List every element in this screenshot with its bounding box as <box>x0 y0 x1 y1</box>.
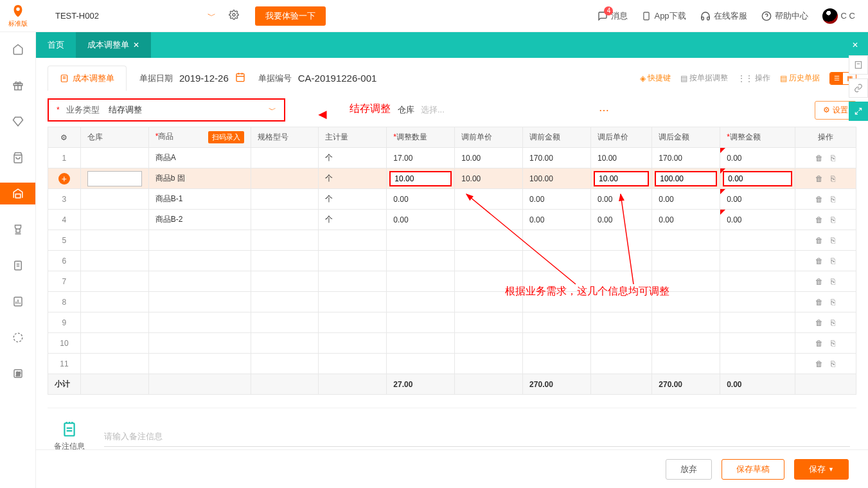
delete-icon[interactable]: 🗑 <box>815 195 823 204</box>
after-amt-input[interactable] <box>655 171 717 186</box>
rail-link-icon[interactable] <box>849 78 868 98</box>
nav-clipboard-icon[interactable] <box>0 255 35 276</box>
table-row[interactable]: 3商品B-1个0.000.000.000.000.00🗑⎘ <box>48 189 856 210</box>
svg-rect-8 <box>15 194 21 198</box>
calendar-icon[interactable] <box>235 72 245 84</box>
copy-icon[interactable]: ⎘ <box>831 359 835 368</box>
nav-diamond-icon[interactable] <box>0 111 35 132</box>
app-download[interactable]: App下载 <box>642 10 686 22</box>
copy-icon[interactable]: ⎘ <box>831 215 835 224</box>
table-row[interactable]: 4商品B-2个0.000.000.000.000.00🗑⎘ <box>48 210 856 230</box>
company-selector[interactable]: TEST-H002 ﹀ <box>55 10 216 22</box>
th-after-price: 调后单价 <box>591 127 652 148</box>
nav-home-icon[interactable] <box>0 39 35 60</box>
table-row[interactable]: 8🗑⎘ <box>48 292 856 312</box>
rail-expand-icon[interactable] <box>849 102 868 121</box>
tool-history[interactable]: ▤ 历史单据 <box>780 73 820 84</box>
delete-icon[interactable]: 🗑 <box>815 298 823 307</box>
gear-icon[interactable] <box>229 10 239 22</box>
delete-icon[interactable]: 🗑 <box>815 154 823 163</box>
tool-actions[interactable]: ⋮⋮ 操作 <box>738 73 770 84</box>
filter-row: * 业务类型 结存调整 ﹀ ◄ 结存调整 仓库 选择... ⋯ ⚙ 设置 <box>36 91 868 127</box>
th-gear[interactable]: ⚙ <box>48 127 81 148</box>
annotation-text-1: 结存调整 <box>350 102 391 116</box>
try-button[interactable]: 我要体验一下 <box>255 6 326 26</box>
remark-input[interactable]: 请输入备注信息 <box>104 427 850 447</box>
doc-title-tab: 成本调整单 <box>48 66 127 91</box>
copy-icon[interactable]: ⎘ <box>831 277 835 286</box>
add-row-icon[interactable]: + <box>58 173 70 185</box>
warehouse-input[interactable] <box>87 171 142 186</box>
nav-gift-icon[interactable] <box>0 75 35 96</box>
table-row[interactable]: 5🗑⎘ <box>48 230 856 251</box>
tab-cost-adjust[interactable]: 成本调整单✕ <box>76 32 151 58</box>
content: 首页 成本调整单✕ ✕ 成本调整单 单据日期 2019-12-26 单据编号 C… <box>36 32 868 488</box>
th-product: *商品扫码录入 <box>148 127 251 148</box>
help-center[interactable]: 帮助中心 <box>761 10 808 22</box>
nav-new-icon[interactable]: 新 <box>0 363 35 384</box>
delete-icon[interactable]: 🗑 <box>815 174 823 183</box>
warehouse-select[interactable]: 仓库 选择... <box>398 104 445 116</box>
adj-amt-input[interactable] <box>723 171 792 186</box>
th-uom: 主计量 <box>319 127 387 148</box>
tab-home[interactable]: 首页 <box>36 32 76 58</box>
doc-date: 单据日期 2019-12-26 <box>139 72 245 84</box>
copy-icon[interactable]: ⎘ <box>831 195 835 204</box>
nav-warehouse-icon[interactable] <box>0 183 35 204</box>
business-type-select[interactable]: * 业务类型 结存调整 ﹀ <box>48 98 285 122</box>
table-row[interactable]: 10🗑⎘ <box>48 333 856 354</box>
save-button[interactable]: 保存 ▼ <box>794 459 849 480</box>
grid-wrap: ⚙ 仓库 *商品扫码录入 规格型号 主计量 *调整数量 调前单价 调前金额 调后… <box>36 127 868 395</box>
doc-header: 成本调整单 单据日期 2019-12-26 单据编号 CA-20191226-0… <box>36 58 868 91</box>
copy-icon[interactable]: ⎘ <box>831 298 835 307</box>
doc-toolbar: ◈ 快捷键 ▤ 按单据调整 ⋮⋮ 操作 ▤ 历史单据 ☰▦ <box>640 72 856 85</box>
user-menu[interactable]: C C <box>822 8 855 24</box>
copy-icon[interactable]: ⎘ <box>831 154 835 163</box>
table-row[interactable]: 11🗑⎘ <box>48 354 856 374</box>
svg-text:新: 新 <box>15 372 20 376</box>
delete-icon[interactable]: 🗑 <box>815 359 823 368</box>
messages[interactable]: 4 消息 <box>598 10 628 22</box>
more-icon[interactable]: ⋯ <box>599 104 609 116</box>
delete-icon[interactable]: 🗑 <box>815 277 823 286</box>
table-row[interactable]: 9🗑⎘ <box>48 312 856 333</box>
nav-report-icon[interactable] <box>0 291 35 312</box>
nav-loading-icon[interactable] <box>0 327 35 348</box>
copy-icon[interactable]: ⎘ <box>831 257 835 266</box>
th-before-amt: 调前金额 <box>523 127 591 148</box>
th-after-amt: 调后金额 <box>652 127 720 148</box>
table-row[interactable]: 7🗑⎘ <box>48 271 856 292</box>
close-icon[interactable]: ✕ <box>133 41 139 50</box>
qty-input[interactable] <box>389 171 452 186</box>
delete-icon[interactable]: 🗑 <box>815 236 823 245</box>
table-row[interactable]: 6🗑⎘ <box>48 251 856 271</box>
svg-rect-1 <box>644 12 649 20</box>
rail-note-icon[interactable] <box>849 55 868 75</box>
save-draft-button[interactable]: 保存草稿 <box>722 459 784 480</box>
nav-money-icon[interactable] <box>0 219 35 240</box>
nav-bag-icon[interactable] <box>0 147 35 168</box>
svg-point-0 <box>233 14 235 16</box>
copy-icon[interactable]: ⎘ <box>831 236 835 245</box>
chevron-down-icon: ﹀ <box>269 105 276 116</box>
copy-icon[interactable]: ⎘ <box>831 174 835 183</box>
scan-tag[interactable]: 扫码录入 <box>208 131 244 143</box>
delete-icon[interactable]: 🗑 <box>815 318 823 327</box>
table-row[interactable]: 1商品A个17.0010.00170.0010.00170.000.00🗑⎘ <box>48 148 856 168</box>
footer-buttons: 放弃 保存草稿 保存 ▼ <box>36 449 868 488</box>
delete-icon[interactable]: 🗑 <box>815 257 823 266</box>
online-service[interactable]: 在线客服 <box>700 10 747 22</box>
copy-icon[interactable]: ⎘ <box>831 318 835 327</box>
tool-hotkey[interactable]: ◈ 快捷键 <box>640 73 671 84</box>
copy-icon[interactable]: ⎘ <box>831 339 835 348</box>
delete-icon[interactable]: 🗑 <box>815 215 823 224</box>
discard-button[interactable]: 放弃 <box>666 459 712 480</box>
table-row[interactable]: +商品b 固个10.00100.00🗑⎘ <box>48 168 856 189</box>
tool-by-doc[interactable]: ▤ 按单据调整 <box>680 73 728 84</box>
tabs-close-all[interactable]: ✕ <box>842 32 868 58</box>
after-price-input[interactable] <box>594 171 649 186</box>
delete-icon[interactable]: 🗑 <box>815 339 823 348</box>
svg-rect-19 <box>236 74 244 82</box>
logo: 标准版 <box>0 4 36 28</box>
chevron-down-icon: ﹀ <box>208 10 216 22</box>
